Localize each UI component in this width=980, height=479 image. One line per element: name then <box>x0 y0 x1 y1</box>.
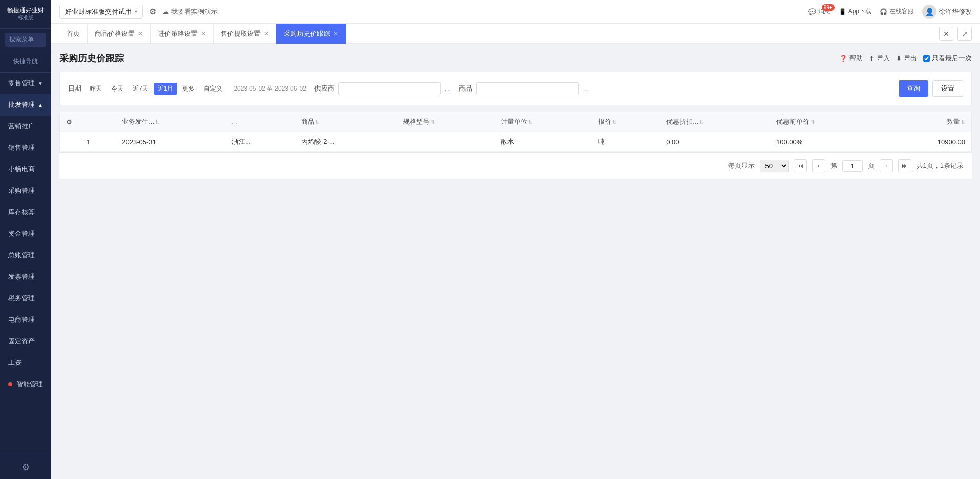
total-info: 共1页，1条记录 <box>917 161 964 170</box>
page-header: 采购历史价跟踪 ❓ 帮助 ⬆ 导入 ⬇ 导出 只看最后一次 <box>59 52 972 64</box>
sidebar-logo-title: 畅捷通好业财 <box>7 7 44 15</box>
chevron-up-icon: ▲ <box>38 102 43 108</box>
filter-row: 日期 昨天 今天 近7天 近1月 更多 自定义 2023-05-02 至 202… <box>68 80 963 97</box>
pagination-bar: 每页显示 50 10 20 100 ⏮ ‹ 第 页 › ⏭ 共1页，1条记录 <box>59 153 972 179</box>
date-filter-group: 日期 昨天 今天 近7天 近1月 更多 自定义 2023-05-02 至 202… <box>68 83 306 95</box>
table-header-gear[interactable]: ⚙ <box>60 112 80 132</box>
tabs-bar: 首页 商品价格设置 ✕ 进价策略设置 ✕ 售价提取设置 ✕ 采购历史价跟踪 ✕ … <box>51 24 980 44</box>
sidebar-item-ledger[interactable]: 总账管理 <box>0 245 51 266</box>
sidebar-item-wholesale[interactable]: 批发管理 ▲ <box>0 94 51 116</box>
date-tab-7days[interactable]: 近7天 <box>129 83 153 95</box>
table-header-qty[interactable]: 数量⇅ <box>882 112 971 132</box>
row-unit: 散水 <box>495 132 592 152</box>
import-button[interactable]: ⬆ 导入 <box>869 54 890 63</box>
date-tab-custom[interactable]: 自定义 <box>200 83 226 95</box>
table-header-date[interactable]: 业务发生...⇅ <box>116 112 226 132</box>
sidebar-logo: 畅捷通好业财 标准版 <box>0 0 51 29</box>
table-header-spec[interactable]: 规格型号⇅ <box>397 112 495 132</box>
quick-nav-item[interactable]: 快捷导航 <box>0 54 51 69</box>
sidebar-item-invoice[interactable]: 发票管理 <box>0 266 51 288</box>
page-title: 采购历史价跟踪 <box>59 52 124 64</box>
page-size-select[interactable]: 50 10 20 100 <box>760 160 789 172</box>
sidebar-item-label: 税务管理 <box>8 294 35 303</box>
topbar-settings-icon[interactable]: ⚙ <box>149 7 156 16</box>
sidebar-item-ecommerce[interactable]: 电商管理 <box>0 309 51 331</box>
date-tab-1month[interactable]: 近1月 <box>154 83 178 95</box>
sidebar-item-sales[interactable]: 销售管理 <box>0 137 51 159</box>
help-icon: ❓ <box>839 55 847 62</box>
help-button[interactable]: ❓ 帮助 <box>839 54 863 63</box>
first-page-button[interactable]: ⏮ <box>794 159 807 172</box>
only-last-checkbox[interactable] <box>923 55 930 62</box>
tab-purchase-strategy[interactable]: 进价策略设置 ✕ <box>151 24 214 44</box>
maximize-tab-button[interactable]: ⤢ <box>957 27 972 41</box>
row-supplier: 浙江... <box>226 132 295 152</box>
tab-purchase-history[interactable]: 采购历史价跟踪 ✕ <box>276 24 346 44</box>
export-button[interactable]: ⬇ 导出 <box>896 54 917 63</box>
sidebar-item-payroll[interactable]: 工资 <box>0 352 51 374</box>
next-page-button[interactable]: › <box>880 159 893 172</box>
app-download-button[interactable]: 📱 App下载 <box>839 7 871 16</box>
tab-home[interactable]: 首页 <box>59 24 88 44</box>
avatar: 👤 <box>922 5 936 19</box>
page-actions: ❓ 帮助 ⬆ 导入 ⬇ 导出 只看最后一次 <box>839 54 972 63</box>
supplier-more-icon[interactable]: ... <box>445 84 451 93</box>
sidebar-item-label: 固定资产 <box>8 337 35 346</box>
table-header-unit-price[interactable]: 优惠前单价⇅ <box>770 112 883 132</box>
tab-close-icon[interactable]: ✕ <box>333 30 338 37</box>
sidebar-item-label: 批发管理 <box>8 100 35 110</box>
sidebar-item-label: 电商管理 <box>8 315 35 324</box>
table-header-goods[interactable]: 商品⇅ <box>295 112 397 132</box>
settings-button[interactable]: 设置 <box>932 80 963 97</box>
sidebar-item-finance[interactable]: 资金管理 <box>0 223 51 245</box>
sidebar-item-marketing[interactable]: 营销推广 <box>0 116 51 137</box>
date-tab-yesterday[interactable]: 昨天 <box>86 83 106 95</box>
sidebar-item-fixed-assets[interactable]: 固定资产 <box>0 331 51 352</box>
table-header-discount[interactable]: 优惠折扣...⇅ <box>660 112 770 132</box>
sidebar: 畅捷通好业财 标准版 搜索菜单 快捷导航 零售管理 ▼ 批发管理 ▲ 营销推广 … <box>0 0 51 479</box>
table-header-unit[interactable]: 计量单位⇅ <box>495 112 592 132</box>
topbar-actions: 💬 消息 99+ 📱 App下载 🎧 在线客服 👤 徐泽华修改 <box>808 5 972 19</box>
last-page-button[interactable]: ⏭ <box>898 159 911 172</box>
page-unit: 页 <box>868 161 875 170</box>
sidebar-item-label: 资金管理 <box>8 229 35 238</box>
goods-more-icon[interactable]: ... <box>583 84 589 93</box>
goods-filter-input[interactable] <box>476 82 579 95</box>
tab-close-icon[interactable]: ✕ <box>138 30 143 37</box>
table-header-quote[interactable]: 报价⇅ <box>592 112 660 132</box>
page-input[interactable] <box>842 160 863 172</box>
sidebar-item-purchase[interactable]: 采购管理 <box>0 180 51 202</box>
query-button[interactable]: 查询 <box>899 80 928 97</box>
supplier-filter-input[interactable] <box>338 82 441 95</box>
online-service-button[interactable]: 🎧 在线客服 <box>880 7 914 16</box>
sidebar-item-label: 总账管理 <box>8 251 35 260</box>
prev-page-button[interactable]: ‹ <box>812 159 825 172</box>
date-tab-today[interactable]: 今天 <box>107 83 127 95</box>
sidebar-item-ai[interactable]: 智能管理 <box>0 374 51 395</box>
tab-goods-price[interactable]: 商品价格设置 ✕ <box>88 24 151 44</box>
table-header-row: ⚙ 业务发生...⇅ ... 商品⇅ 规格型号⇅ 计量单位⇅ 报价⇅ 优惠折扣.… <box>60 112 971 132</box>
sidebar-item-ecommerce-small[interactable]: 小畅电商 <box>0 159 51 180</box>
search-menu-button[interactable]: 搜索菜单 <box>5 33 46 47</box>
sidebar-item-retail[interactable]: 零售管理 ▼ <box>0 73 51 94</box>
tab-close-icon[interactable]: ✕ <box>201 30 206 37</box>
message-button[interactable]: 💬 消息 99+ <box>808 7 830 16</box>
settings-icon[interactable]: ⚙ <box>0 462 51 473</box>
user-menu[interactable]: 👤 徐泽华修改 <box>922 5 972 19</box>
tab-close-icon[interactable]: ✕ <box>264 30 269 37</box>
sidebar-item-tax[interactable]: 税务管理 <box>0 288 51 309</box>
sidebar-item-label: 工资 <box>8 358 22 367</box>
sidebar-item-inventory[interactable]: 库存核算 <box>0 202 51 223</box>
main-area: 好业财标准版交付试用 ▾ ⚙ ☁ 我要看实例演示 💬 消息 99+ 📱 App下… <box>51 0 980 479</box>
page-size-label: 每页显示 <box>728 161 755 170</box>
demo-link[interactable]: ☁ 我要看实例演示 <box>162 7 218 16</box>
row-goods: 丙烯酸-2-... <box>295 132 397 152</box>
tab-label: 售价提取设置 <box>221 29 261 38</box>
sidebar-logo-subtitle: 标准版 <box>18 14 33 21</box>
close-tab-button[interactable]: ✕ <box>939 27 953 41</box>
table-header-more[interactable]: ... <box>226 112 295 132</box>
tab-sale-price[interactable]: 售价提取设置 ✕ <box>214 24 276 44</box>
sidebar-bottom: ⚙ <box>0 455 51 479</box>
version-selector[interactable]: 好业财标准版交付试用 ▾ <box>59 5 143 19</box>
date-tab-more[interactable]: 更多 <box>178 83 199 95</box>
